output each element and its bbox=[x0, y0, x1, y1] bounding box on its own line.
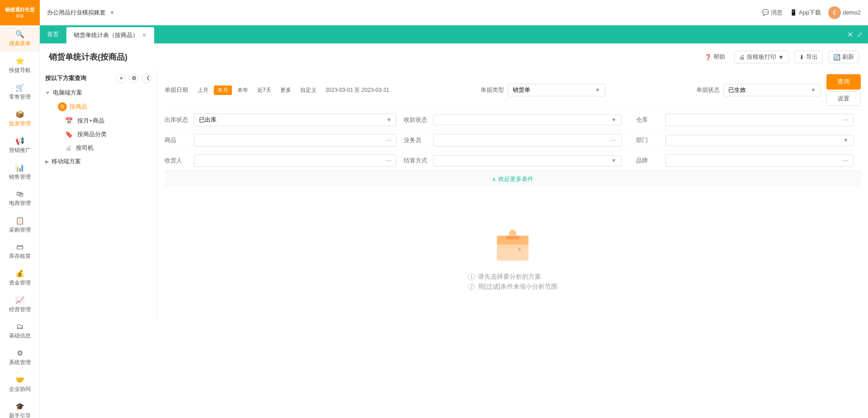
header-right: 💬 消息 📱 App下载 E demo2 bbox=[762, 6, 861, 19]
settlement-select[interactable]: ▼ bbox=[433, 155, 621, 166]
dept-select[interactable]: ▼ bbox=[665, 135, 854, 146]
sidebar-item-search[interactable]: 🔍 搜索菜单 bbox=[0, 25, 39, 52]
sidebar-item-retail[interactable]: 🛒 零售管理 bbox=[0, 79, 39, 105]
out-status-select[interactable]: 已出库 ▼ bbox=[194, 114, 396, 126]
dropdown-icon[interactable]: ▼ bbox=[109, 10, 115, 16]
template-print-label: 按模板打印 bbox=[747, 53, 776, 61]
tab-home-label: 首页 bbox=[47, 30, 59, 38]
dept-value bbox=[670, 137, 843, 144]
sidebar-item-inventory[interactable]: 🗃 库存核算 bbox=[0, 238, 39, 265]
sidebar-nav: 🔍 搜索菜单 ⭐ 快捷导航 🛒 零售管理 📦 批发管理 📢 营销推广 📊 销售管… bbox=[0, 25, 39, 418]
sidebar-item-newbie[interactable]: 🎓 新手引导 bbox=[0, 398, 39, 418]
tree-item-by-category[interactable]: 🔖 按商品分类 bbox=[52, 128, 157, 141]
user-btn[interactable]: E demo2 bbox=[828, 6, 861, 19]
goods-input[interactable]: ··· bbox=[194, 134, 396, 147]
message-label: 消息 bbox=[771, 9, 783, 17]
query-btn[interactable]: 查询 bbox=[826, 74, 861, 90]
recipient-input[interactable]: ··· bbox=[194, 154, 396, 167]
hint-text-2: 用[过滤]条件来缩小分析范围 bbox=[478, 283, 557, 291]
tree-group-mobile[interactable]: ▶ 移动端方案 bbox=[40, 155, 157, 168]
dept-label: 部门 bbox=[636, 136, 665, 144]
page-title: 销货单统计表(按商品) bbox=[49, 52, 127, 62]
tree-item-by-printer[interactable]: 🖨 按司机 bbox=[52, 141, 157, 155]
quick-nav-icon: ⭐ bbox=[15, 57, 24, 65]
sidebar-item-operations[interactable]: 📈 经营管理 bbox=[0, 291, 39, 318]
basic-icon: 🗂 bbox=[16, 323, 24, 331]
panel-tools: + ⚙ 《 bbox=[116, 73, 151, 83]
maximize-btn[interactable]: ⤢ bbox=[857, 30, 863, 39]
tree-children: 按 按商品 📅 按月+商品 🔖 按商品分类 🖨 bbox=[40, 100, 157, 155]
date-tab-custom[interactable]: 自定义 bbox=[297, 86, 320, 95]
sidebar-item-marketing[interactable]: 📢 营销推广 bbox=[0, 132, 39, 159]
hint-text-1: 请先选择要分析的方案 bbox=[478, 273, 541, 281]
sidebar-item-system[interactable]: ⚙ 系统管理 bbox=[0, 344, 39, 371]
tree-item-label-printer: 按司机 bbox=[76, 144, 94, 152]
page-actions: ❓ 帮助 🖨 按模板打印 ▼ ⬇ 导出 🔄 刷新 bbox=[701, 51, 859, 63]
out-status-label: 出库状态 bbox=[165, 116, 194, 124]
svg-point-5 bbox=[518, 248, 521, 251]
collapse-arrow-icon: ∧ bbox=[492, 176, 496, 183]
sidebar-item-finance[interactable]: 💰 资金管理 bbox=[0, 265, 39, 291]
tree-item-by-goods[interactable]: 按 按商品 bbox=[52, 100, 157, 114]
date-tab-7days[interactable]: 近7天 bbox=[254, 86, 275, 95]
add-scheme-btn[interactable]: + bbox=[116, 73, 126, 83]
refresh-btn[interactable]: 🔄 刷新 bbox=[828, 51, 859, 63]
collapse-label: 收起更多条件 bbox=[498, 175, 533, 183]
enterprise-icon: 🤝 bbox=[15, 375, 24, 384]
date-tab-more[interactable]: 更多 bbox=[277, 86, 295, 95]
tab-home[interactable]: 首页 bbox=[40, 25, 66, 43]
date-tab-last-month[interactable]: 上月 bbox=[194, 86, 212, 95]
settlement-chevron: ▼ bbox=[611, 157, 617, 164]
wholesale-icon: 📦 bbox=[15, 110, 24, 119]
status-select[interactable]: 已生效 ▼ bbox=[723, 84, 821, 96]
tree-expand-icon: ▼ bbox=[45, 90, 50, 95]
tab-close-icon[interactable]: ✕ bbox=[142, 32, 146, 38]
logo: 畅捷通好生意 标版 bbox=[0, 0, 40, 25]
sidebar-item-quick-nav[interactable]: ⭐ 快捷导航 bbox=[0, 52, 39, 79]
date-tab-this-month[interactable]: 本月 bbox=[214, 86, 232, 95]
app-download-btn[interactable]: 📱 App下载 bbox=[790, 9, 821, 17]
goods-dots: ··· bbox=[386, 136, 392, 144]
sidebar-item-ecommerce[interactable]: 🛍 电商管理 bbox=[0, 185, 39, 212]
app-download-label: App下载 bbox=[799, 9, 821, 17]
sidebar-item-purchase[interactable]: 📋 采购管理 bbox=[0, 212, 39, 238]
page-header: 销货单统计表(按商品) ❓ 帮助 🖨 按模板打印 ▼ ⬇ 导出 bbox=[40, 43, 868, 67]
type-select[interactable]: 销货单 ▼ bbox=[508, 84, 605, 96]
sidebar-item-sales[interactable]: 📊 销售管理 bbox=[0, 159, 39, 185]
empty-hint-1: 1 请先选择要分析的方案 bbox=[468, 272, 557, 282]
recipient-dots: ··· bbox=[386, 157, 392, 165]
filter-row-4: 收货人 ··· 结算方式 ▼ bbox=[165, 151, 861, 171]
collapse-bar[interactable]: ∧ 收起更多条件 bbox=[165, 171, 861, 187]
tree-item-by-month-goods[interactable]: 📅 按月+商品 bbox=[52, 114, 157, 128]
message-btn[interactable]: 💬 消息 bbox=[762, 9, 783, 17]
template-print-btn[interactable]: 🖨 按模板打印 ▼ bbox=[734, 51, 789, 63]
refresh-label: 刷新 bbox=[842, 53, 854, 61]
date-tab-this-year[interactable]: 本年 bbox=[234, 86, 252, 95]
close-window-btn[interactable]: ✕ bbox=[847, 30, 853, 39]
recv-status-select[interactable]: ▼ bbox=[433, 114, 621, 125]
warehouse-input[interactable]: ··· bbox=[665, 114, 854, 126]
newbie-icon: 🎓 bbox=[15, 402, 24, 411]
sidebar-label-ecommerce: 电商管理 bbox=[9, 200, 31, 207]
sidebar-item-basic[interactable]: 🗂 基础信息 bbox=[0, 318, 39, 344]
collapse-panel-btn[interactable]: 《 bbox=[142, 73, 151, 83]
panel-header: 按以下方案查询 + ⚙ 《 bbox=[40, 71, 157, 86]
help-btn[interactable]: ❓ 帮助 bbox=[701, 51, 729, 63]
status-label: 单据状态 bbox=[693, 86, 720, 94]
sidebar-label-wholesale: 批发管理 bbox=[9, 120, 31, 128]
print-icon: 🖨 bbox=[739, 54, 745, 61]
sidebar-label-sales: 销售管理 bbox=[9, 173, 31, 181]
sidebar-item-enterprise[interactable]: 🤝 企业协同 bbox=[0, 371, 39, 398]
salesman-input[interactable]: ··· bbox=[433, 134, 621, 147]
tab-sales-stat[interactable]: 销货单统计表（按商品） ✕ bbox=[66, 27, 154, 43]
export-label: 导出 bbox=[806, 53, 818, 61]
recipient-label: 收货人 bbox=[165, 157, 194, 165]
brand-input[interactable]: ··· bbox=[665, 154, 854, 167]
settings-scheme-btn[interactable]: ⚙ bbox=[129, 73, 139, 83]
svg-point-6 bbox=[505, 253, 507, 255]
tree-group-pc[interactable]: ▼ 电脑端方案 bbox=[40, 86, 157, 100]
settings-btn[interactable]: 设置 bbox=[826, 91, 861, 106]
export-btn[interactable]: ⬇ 导出 bbox=[794, 51, 823, 63]
out-status-cell: 出库状态 已出库 ▼ bbox=[165, 110, 396, 130]
sidebar-item-wholesale[interactable]: 📦 批发管理 bbox=[0, 105, 39, 132]
